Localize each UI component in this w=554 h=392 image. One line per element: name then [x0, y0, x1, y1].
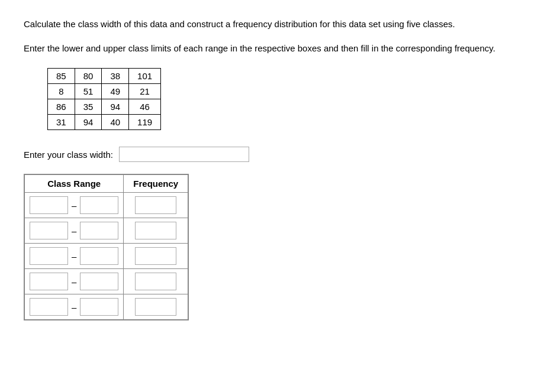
data-cell: 8 — [48, 84, 75, 99]
data-cell: 119 — [129, 115, 161, 130]
data-cell: 38 — [102, 69, 129, 84]
range-dash: – — [72, 251, 76, 261]
frequency-cell — [124, 193, 188, 218]
lower-class-limit-input[interactable] — [30, 196, 68, 214]
range-dash: – — [72, 277, 76, 287]
data-table: 858038101851492186359446319440119 — [47, 68, 161, 130]
frequency-cell — [124, 244, 188, 269]
range-dash: – — [72, 200, 76, 210]
table-row: – — [25, 218, 188, 244]
upper-class-limit-input[interactable] — [80, 298, 118, 316]
frequency-input[interactable] — [135, 196, 176, 214]
data-cell: 49 — [102, 84, 129, 99]
frequency-input[interactable] — [135, 273, 176, 290]
table-row: – — [25, 193, 188, 218]
frequency-distribution-table: Class Range Frequency ––––– — [24, 174, 189, 320]
table-row: – — [25, 244, 188, 269]
freq-table: Class Range Frequency ––––– — [24, 174, 188, 320]
data-cell: 51 — [75, 84, 102, 99]
class-range-cell: – — [25, 269, 124, 294]
data-cell: 86 — [48, 99, 75, 115]
class-width-label: Enter your class width: — [24, 150, 113, 160]
data-cell: 40 — [102, 115, 129, 130]
class-width-row: Enter your class width: — [24, 147, 530, 162]
instruction-1: Calculate the class width of this data a… — [24, 18, 530, 31]
data-cell: 35 — [75, 99, 102, 115]
frequency-input[interactable] — [135, 247, 176, 265]
data-cell: 31 — [48, 115, 75, 130]
table-row: – — [25, 294, 188, 320]
class-range-cell: – — [25, 244, 124, 269]
data-cell: 80 — [75, 69, 102, 84]
data-cell: 94 — [75, 115, 102, 130]
class-width-input[interactable] — [119, 147, 249, 162]
frequency-input[interactable] — [135, 222, 176, 239]
frequency-input[interactable] — [135, 298, 176, 316]
frequency-header: Frequency — [124, 175, 188, 193]
data-cell: 85 — [48, 69, 75, 84]
lower-class-limit-input[interactable] — [30, 222, 68, 239]
class-range-cell: – — [25, 193, 124, 218]
class-range-header: Class Range — [25, 175, 124, 193]
lower-class-limit-input[interactable] — [30, 247, 68, 265]
frequency-cell — [124, 218, 188, 244]
data-cell: 46 — [129, 99, 161, 115]
upper-class-limit-input[interactable] — [80, 222, 118, 239]
range-dash: – — [72, 302, 76, 312]
data-cell: 94 — [102, 99, 129, 115]
data-cell: 101 — [129, 69, 161, 84]
class-range-cell: – — [25, 294, 124, 320]
lower-class-limit-input[interactable] — [30, 298, 68, 316]
upper-class-limit-input[interactable] — [80, 247, 118, 265]
frequency-cell — [124, 269, 188, 294]
lower-class-limit-input[interactable] — [30, 273, 68, 290]
table-row: – — [25, 269, 188, 294]
upper-class-limit-input[interactable] — [80, 273, 118, 290]
upper-class-limit-input[interactable] — [80, 196, 118, 214]
class-range-cell: – — [25, 218, 124, 244]
instruction-2: Enter the lower and upper class limits o… — [24, 42, 530, 56]
data-cell: 21 — [129, 84, 161, 99]
frequency-cell — [124, 294, 188, 320]
range-dash: – — [72, 226, 76, 236]
